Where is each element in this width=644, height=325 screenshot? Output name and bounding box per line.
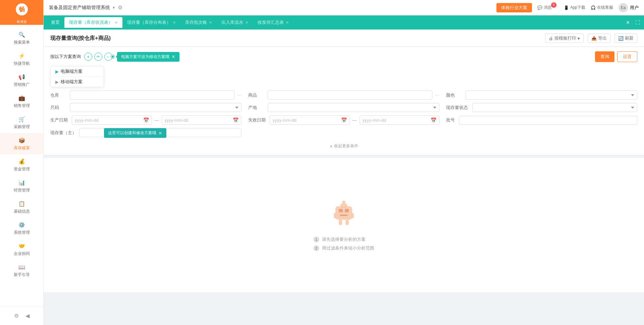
svg-rect-2 (345, 209, 349, 212)
export-button[interactable]: 📤 导出 (588, 34, 610, 43)
sidebar-item-guide[interactable]: 📖 新手引导 (0, 260, 43, 281)
collapse-filter-button[interactable]: ∧ 收起更多条件 (50, 141, 637, 150)
sidebar-item-label: 基础信息 (14, 209, 30, 214)
warehouse-label: 仓库 (50, 92, 67, 98)
prod-date-start[interactable]: yyyy-mm-dd 📅 (72, 115, 152, 125)
avatar: Ea (619, 3, 628, 12)
tab-inventory-distribution[interactable]: 现存量（库存分布表） ✕ (122, 17, 180, 28)
tooltip-desktop-schema[interactable]: 电脑方案可设为移动方案哦 ✕ (117, 52, 179, 62)
schema-section: ▶ 电脑端方案 ▶ 移动端方案 这里可以创建和修改方案哦 ✕ (50, 66, 637, 87)
dropdown-arrow-icon[interactable]: ▾ (113, 5, 115, 10)
empty-state: 1 请先选择要分析的方案 2 用过滤条件来缩小分析范围 (307, 169, 381, 281)
online-support-button[interactable]: 🎧 在线客服 (591, 5, 613, 10)
tab-close-all-icon[interactable]: ✕ (625, 18, 631, 26)
query-button[interactable]: 查询 (595, 51, 614, 62)
guide-icon: 📖 (18, 263, 25, 271)
tab-inventory-status[interactable]: 现存量（库存状况表） ✕ (64, 17, 122, 28)
tab-close-icon[interactable]: ✕ (173, 20, 176, 25)
prod-date-end[interactable]: yyyy-mm-dd 📅 (162, 115, 242, 125)
page-title: 现存量查询(按仓库+商品) (50, 35, 111, 42)
tab-flow[interactable]: 出入库流水 ✕ (217, 17, 253, 28)
sidebar-item-sales[interactable]: 💼 销售管理 (0, 91, 43, 112)
stock-qty-max[interactable] (165, 128, 242, 137)
system-icon: ⚙️ (18, 221, 25, 228)
page-header: 现存量查询(按仓库+商品) 🖨 按模板打印 ▾ 📤 导出 🔄 刷新 (44, 30, 644, 47)
tab-fullscreen-icon[interactable]: ⛶ (634, 18, 641, 26)
schema-item-desktop[interactable]: ▶ 电脑端方案 (51, 66, 104, 76)
svg-rect-4 (334, 213, 336, 218)
filter-controls: + ✏ ← (84, 53, 112, 61)
warehouse-dots-icon[interactable]: ··· (237, 92, 241, 98)
phone-icon: 📱 (564, 5, 569, 10)
date-range-dash: — (155, 118, 159, 123)
tooltip-create-schema[interactable]: 这里可以创建和修改方案哦 ✕ (104, 128, 166, 138)
filter-field-origin: 产地 (248, 103, 439, 112)
header-left: 装备及固定资产辅助管理系统 ▾ ⚙ (49, 4, 122, 11)
reset-button[interactable]: 设置 (617, 51, 637, 62)
sidebar: 畅 标准版 🔍 搜索菜单 ⚡ 快捷导航 📢 营销推广 💼 销售管理 🛒 采购管理… (0, 0, 44, 325)
svg-rect-1 (339, 209, 343, 212)
product-dots-icon[interactable]: ··· (435, 92, 439, 98)
industry-solution-button[interactable]: 体验行业方案 (496, 3, 532, 12)
tooltip2-close-icon[interactable]: ✕ (158, 130, 162, 136)
tab-batch-account[interactable]: 库存批次账 ✕ (180, 17, 217, 28)
expand-arrow-icon2: ▶ (55, 79, 59, 85)
app-download-button[interactable]: 📱 App下载 (564, 5, 585, 10)
tab-close-icon[interactable]: ✕ (209, 20, 212, 25)
sidebar-item-search[interactable]: 🔍 搜索菜单 (0, 28, 43, 49)
filter-label: 按以下方案查询 (50, 54, 81, 60)
color-select[interactable] (466, 91, 637, 100)
tab-close-icon[interactable]: ✕ (286, 20, 289, 25)
sidebar-item-label: 快捷导航 (14, 61, 30, 66)
sidebar-item-enterprise[interactable]: 🤝 企业协同 (0, 239, 43, 260)
sidebar-item-finance[interactable]: 💰 资金管理 (0, 154, 43, 175)
expire-date-end[interactable]: yyyy-mm-dd 📅 (360, 115, 440, 125)
schema-dropdown: ▶ 电脑端方案 ▶ 移动端方案 (50, 66, 104, 87)
add-schema-button[interactable]: + (84, 53, 92, 61)
settings-gear-icon[interactable]: ⚙ (118, 4, 122, 11)
svg-point-9 (342, 201, 345, 204)
print-button[interactable]: 🖨 按模板打印 ▾ (545, 34, 584, 43)
expire-date-label: 失效日期 (248, 117, 267, 123)
date-placeholder-start: yyyy-mm-dd (75, 118, 99, 123)
product-input[interactable] (268, 91, 432, 100)
tab-summary[interactable]: 收发存汇总表 ✕ (253, 17, 293, 28)
content-area: 现存量查询(按仓库+商品) 🖨 按模板打印 ▾ 📤 导出 🔄 刷新 (44, 30, 644, 325)
tab-home[interactable]: 首页 (46, 19, 64, 25)
schema-item-mobile[interactable]: ▶ 移动端方案 (51, 77, 104, 87)
date-placeholder-end: yyyy-mm-dd (165, 118, 189, 123)
tab-close-icon[interactable]: ✕ (115, 20, 118, 25)
expire-date-start[interactable]: yyyy-mm-dd 📅 (270, 115, 350, 125)
batch-input[interactable] (459, 116, 637, 125)
marketing-icon: 📢 (18, 73, 25, 80)
sidebar-item-system[interactable]: ⚙️ 系统管理 (0, 218, 43, 239)
collapse-sidebar-button[interactable]: ◀ (25, 313, 30, 319)
user-section[interactable]: Ea 用户 (619, 3, 639, 12)
sidebar-item-quicknav[interactable]: ⚡ 快捷导航 (0, 49, 43, 70)
filter-row-3: 生产日期 yyyy-mm-dd 📅 — yyyy-mm-dd 📅 (50, 115, 637, 125)
refresh-button[interactable]: 🔄 刷新 (614, 34, 637, 43)
sidebar-item-purchase[interactable]: 🛒 采购管理 (0, 112, 43, 133)
export-icon: 📤 (591, 36, 597, 41)
origin-select[interactable] (268, 103, 439, 112)
tab-close-icon[interactable]: ✕ (245, 20, 248, 25)
edit-schema-button[interactable]: ✏ (94, 53, 102, 61)
sidebar-item-inventory[interactable]: 📦 库存核算 (0, 133, 43, 154)
empty-steps-list: 1 请先选择要分析的方案 2 用过滤条件来缩小分析范围 (313, 236, 374, 254)
size-select[interactable] (70, 103, 241, 112)
svg-rect-8 (340, 204, 347, 208)
expire-date-placeholder-start: yyyy-mm-dd (273, 118, 297, 123)
step-num-1: 1 (313, 236, 319, 242)
sidebar-item-marketing[interactable]: 📢 营销推广 (0, 70, 43, 91)
stock-status-select[interactable] (472, 103, 637, 112)
tooltip-close-icon[interactable]: ✕ (171, 54, 175, 59)
message-button[interactable]: 💬 消息 9 (537, 5, 558, 10)
warehouse-input[interactable] (70, 91, 234, 100)
sidebar-item-management[interactable]: 📊 经营管理 (0, 175, 43, 197)
print-dropdown-icon: ▾ (578, 36, 580, 41)
settings-button[interactable]: ⚙ (14, 313, 19, 319)
sidebar-item-basicinfo[interactable]: 📋 基础信息 (0, 197, 43, 218)
sidebar-item-label: 营销推广 (14, 82, 30, 88)
app-logo: 畅 (0, 0, 43, 19)
user-label: 用户 (630, 5, 639, 11)
